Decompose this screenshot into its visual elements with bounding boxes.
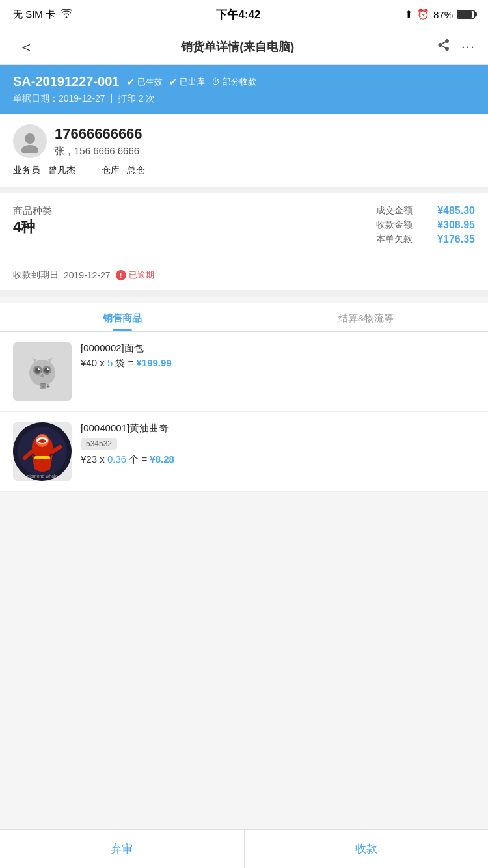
order-status-badges: ✔ 已生效 ✔ 已出库 ⏱ 部分收款 xyxy=(127,76,256,88)
received-value: ¥308.95 xyxy=(423,219,475,231)
list-item: diamond whale [00040001]黄油曲奇 534532 ¥23 … xyxy=(0,412,488,492)
product-types: 商品种类 4种 xyxy=(13,205,52,237)
product-image-1: 里+ xyxy=(13,342,72,401)
tab-settlement[interactable]: 结算&物流等 xyxy=(244,303,488,331)
check-activated-icon: ✔ xyxy=(127,77,135,87)
check-delivered-icon: ✔ xyxy=(169,77,177,87)
more-icon[interactable]: ··· xyxy=(461,38,475,55)
warehouse-info: 仓库 总仓 xyxy=(102,165,146,176)
due-label: 本单欠款 xyxy=(376,234,413,245)
svg-point-7 xyxy=(38,368,40,370)
received-label: 收款金额 xyxy=(376,219,413,231)
product-types-value: 4种 xyxy=(13,217,52,237)
divider-2 xyxy=(0,290,488,297)
payment-due-section: 收款到期日 2019-12-27 ! 已逾期 xyxy=(0,260,488,290)
status-delivered: ✔ 已出库 xyxy=(169,76,205,88)
status-right: ⬆ ⏰ 87% xyxy=(405,8,475,20)
stats-section: 商品种类 4种 成交金额 ¥485.30 收款金额 ¥308.95 本单欠款 ¥… xyxy=(0,193,488,260)
received-amount-line: 收款金额 ¥308.95 xyxy=(376,219,475,231)
status-left: 无 SIM 卡 xyxy=(13,8,72,21)
payment-due-label: 收款到期日 xyxy=(13,269,59,281)
product-info-1: [0000002]面包 ¥40 x 5 袋 = ¥199.99 xyxy=(81,342,475,370)
due-value: ¥176.35 xyxy=(423,234,475,245)
nav-actions: ··· xyxy=(437,38,475,55)
overdue-icon: ! xyxy=(116,270,126,280)
warehouse-label: 仓库 xyxy=(102,165,120,175)
order-id: SA-20191227-001 xyxy=(13,74,119,89)
product-qty-2: 0.36 xyxy=(107,454,126,465)
order-print-info: 打印 2 次 xyxy=(118,93,156,103)
due-amount-line: 本单欠款 ¥176.35 xyxy=(376,234,475,245)
wifi-icon xyxy=(61,9,72,20)
product-price-2: ¥23 x 0.36 个 = ¥8.28 xyxy=(81,454,475,466)
svg-point-18 xyxy=(38,439,46,443)
divider-1 xyxy=(0,187,488,193)
customer-meta: 业务员 曾凡杰 仓库 总仓 xyxy=(13,165,475,176)
product-name-1: [0000002]面包 xyxy=(81,342,475,355)
tab-products[interactable]: 销售商品 xyxy=(0,303,244,331)
transaction-value: ¥485.30 xyxy=(423,205,475,217)
clock-icon: ⏱ xyxy=(211,77,220,87)
product-total-2: ¥8.28 xyxy=(150,454,174,465)
cancel-button[interactable]: 弃审 xyxy=(0,830,245,868)
avatar xyxy=(13,124,47,158)
product-price-1: ¥40 x 5 袋 = ¥199.99 xyxy=(81,357,475,370)
warehouse-value: 总仓 xyxy=(127,165,145,175)
confirm-button[interactable]: 收款 xyxy=(245,830,489,868)
salesperson-value: 曾凡杰 xyxy=(48,165,75,175)
status-bar: 无 SIM 卡 下午4:42 ⬆ ⏰ 87% xyxy=(0,0,488,29)
svg-point-5 xyxy=(35,368,40,373)
amount-stats: 成交金额 ¥485.30 收款金额 ¥308.95 本单欠款 ¥176.35 xyxy=(376,205,475,248)
tab-bar: 销售商品 结算&物流等 xyxy=(0,303,488,332)
svg-rect-19 xyxy=(34,456,50,459)
svg-point-6 xyxy=(44,368,49,373)
svg-point-1 xyxy=(21,145,38,153)
alarm-icon: ⏰ xyxy=(417,8,429,20)
overdue-label: 已逾期 xyxy=(129,269,154,281)
order-doc-date: 单据日期：2019-12-27 xyxy=(13,93,105,103)
list-item: 里+ [0000002]面包 ¥40 x 5 袋 = ¥199.99 xyxy=(0,332,488,412)
salesperson-label: 业务员 xyxy=(13,165,40,175)
bottom-bar: 弃审 收款 xyxy=(0,829,488,868)
svg-text:diamond whale: diamond whale xyxy=(27,474,57,478)
battery-percent: 87% xyxy=(433,9,453,20)
location-icon: ⬆ xyxy=(405,8,413,20)
order-meta: 单据日期：2019-12-27 | 打印 2 次 xyxy=(13,93,475,105)
sim-status: 无 SIM 卡 xyxy=(13,8,55,21)
svg-text:里+: 里+ xyxy=(40,383,50,390)
page-title: 销货单详情(来自电脑) xyxy=(181,39,294,55)
bottom-spacer xyxy=(0,492,488,537)
product-tag-2: 534532 xyxy=(81,438,117,450)
status-time: 下午4:42 xyxy=(216,7,260,22)
customer-name: 17666666666 xyxy=(55,126,142,142)
product-info-2: [00040001]黄油曲奇 534532 ¥23 x 0.36 个 = ¥8.… xyxy=(81,422,475,466)
customer-section: 17666666666 张，156 6666 6666 业务员 曾凡杰 仓库 总… xyxy=(0,114,488,187)
product-qty-1: 5 xyxy=(107,357,113,368)
payment-due-date: 2019-12-27 xyxy=(64,270,111,280)
svg-point-8 xyxy=(47,368,49,370)
customer-phone: 张，156 6666 6666 xyxy=(55,145,142,157)
product-image-2: diamond whale xyxy=(13,422,72,481)
transaction-amount-line: 成交金额 ¥485.30 xyxy=(376,205,475,217)
status-payment: ⏱ 部分收款 xyxy=(211,76,256,88)
salesperson-info: 业务员 曾凡杰 xyxy=(13,165,75,176)
products-section: 里+ [0000002]面包 ¥40 x 5 袋 = ¥199.99 xyxy=(0,332,488,492)
nav-bar: ＜ 销货单详情(来自电脑) ··· xyxy=(0,29,488,65)
product-types-label: 商品种类 xyxy=(13,205,52,217)
share-icon[interactable] xyxy=(437,38,451,55)
product-name-2: [00040001]黄油曲奇 xyxy=(81,422,475,435)
svg-point-0 xyxy=(25,133,35,144)
product-total-1: ¥199.99 xyxy=(137,357,172,368)
transaction-label: 成交金额 xyxy=(376,205,413,217)
back-button[interactable]: ＜ xyxy=(13,31,39,62)
order-header: SA-20191227-001 ✔ 已生效 ✔ 已出库 ⏱ 部分收款 单据日期：… xyxy=(0,65,488,114)
overdue-badge: ! 已逾期 xyxy=(116,269,154,281)
status-activated: ✔ 已生效 xyxy=(127,76,163,88)
battery-icon xyxy=(457,10,475,19)
